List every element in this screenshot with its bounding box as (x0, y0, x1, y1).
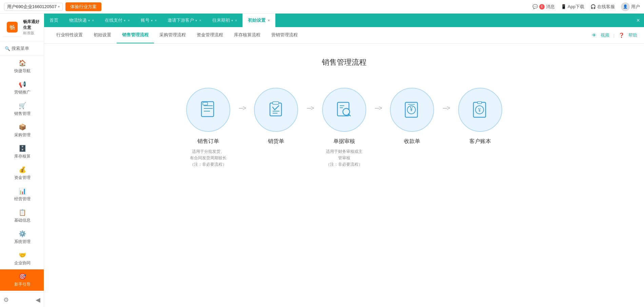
svg-rect-6 (203, 102, 208, 105)
top-bar-right: 💬 6 消息 📱 App下载 🎧 在线客服 👤 用户 (532, 2, 640, 11)
flow-title: 销售管理流程 (51, 57, 637, 67)
flow-step-desc-2: 适用于财务审核或主管审核（注：非必要流程） (326, 148, 363, 168)
message-icon: 💬 (532, 4, 538, 9)
help-label[interactable]: 帮助 (628, 32, 637, 38)
nav-label-0: 快捷导航 (14, 68, 31, 74)
nav-label-8: 系统管理 (14, 239, 31, 245)
message-badge: 6 (539, 4, 545, 9)
flow-step-4: ¥ 客户账本 (450, 88, 511, 148)
user-selector-text: 用户690企业1660120507 (7, 4, 57, 10)
search-icon: 🔍 (5, 46, 10, 51)
flow-step-2: 单据审核 适用于财务审核或主管审核（注：非必要流程） (314, 88, 375, 168)
svg-text:¥: ¥ (478, 107, 481, 113)
sub-tab-2[interactable]: 销售管理流程 (117, 27, 154, 43)
sidebar-item-采购管理[interactable]: 📦采购管理 (0, 120, 44, 141)
logo-text: 畅库通好生意 (23, 19, 40, 30)
sidebar-item-系统管理[interactable]: ⚙️系统管理 (0, 227, 44, 248)
online-service-label: 在线客服 (597, 4, 615, 10)
nav-icon-2: 🛒 (19, 102, 26, 109)
flow-step-name-1: 销货单 (268, 138, 284, 145)
flow-diagram: 销售订单 适用于分批发货、有合同发货周期较长（注：非必要流程） ---> 销货单… (51, 88, 637, 168)
tab-close-icon-2[interactable]: × (128, 18, 130, 22)
sub-tab-6[interactable]: 营销管理流程 (266, 27, 303, 43)
nav-icon-8: ⚙️ (19, 230, 26, 238)
nav-icon-6: 📊 (19, 187, 26, 195)
nav-icon-0: 🏠 (19, 59, 26, 67)
user-avatar-area[interactable]: 👤 用户 (621, 2, 640, 11)
nav-label-4: 库存核算 (14, 154, 31, 159)
flow-circle-1 (254, 88, 298, 132)
sidebar-item-快捷导航[interactable]: 🏠快捷导航 (0, 56, 44, 77)
chevron-down-icon: ▾ (151, 19, 153, 22)
flow-circle-0 (186, 88, 230, 132)
nav-tab-6[interactable]: 初始设置× (242, 14, 275, 27)
sub-tab-5[interactable]: 库存核算流程 (229, 27, 266, 43)
user-name-label: 用户 (631, 4, 640, 10)
message-button[interactable]: 💬 6 消息 (532, 4, 555, 10)
nav-tab-0[interactable]: 首页 (44, 14, 64, 27)
flow-content: 销售管理流程 销售订单 适用于分批发货、有合同发货周期较长（注：非必要流程） -… (44, 44, 644, 178)
sidebar-item-营销推广[interactable]: 📢营销推广 (0, 77, 44, 99)
sidebar: 畅 畅库通好生意 标准版 🔍 搜索菜单 🏠快捷导航📢营销推广🛒销售管理📦采购管理… (0, 14, 44, 307)
nav-tabs-bar: 首页物流快递▾×在线支付▾×账号▾×邀请下游客户▾×往来期初▾×初始设置×× (44, 14, 644, 27)
sidebar-item-新手引导[interactable]: 🎯新手引导 (0, 269, 44, 291)
app-download-button[interactable]: 📱 App下载 (561, 4, 584, 10)
nav-icon-9: 🤝 (19, 251, 26, 259)
svg-rect-10 (273, 102, 279, 104)
tab-close-icon-4[interactable]: × (199, 18, 201, 22)
chevron-down-icon: ▾ (58, 5, 60, 8)
nav-tab-5[interactable]: 往来期初▾× (207, 14, 242, 27)
video-label[interactable]: 视频 (601, 32, 609, 38)
flow-step-name-2: 单据审核 (333, 138, 355, 145)
service-icon: 🎧 (590, 4, 596, 9)
nav-label-7: 基础信息 (14, 218, 31, 223)
top-bar-left: 用户690企业1660120507 ▾ 体验行业方案 (4, 2, 101, 11)
nav-tab-label-4: 邀请下游客户 (168, 17, 194, 23)
nav-label-1: 营销推广 (14, 89, 31, 95)
tab-close-icon-1[interactable]: × (92, 18, 94, 22)
nav-tab-label-1: 物流快递 (69, 17, 87, 23)
main-area: 首页物流快递▾×在线支付▾×账号▾×邀请下游客户▾×往来期初▾×初始设置×× 行… (44, 14, 644, 307)
flow-arrow-3: ---> (375, 88, 382, 112)
nav-tab-label-5: 往来期初 (212, 17, 230, 23)
sidebar-item-销售管理[interactable]: 🛒销售管理 (0, 99, 44, 120)
user-selector[interactable]: 用户690企业1660120507 ▾ (4, 3, 63, 11)
sidebar-item-资金管理[interactable]: 💰资金管理 (0, 163, 44, 184)
flow-circle-3: ¥ (390, 88, 434, 132)
online-service-button[interactable]: 🎧 在线客服 (590, 4, 615, 10)
sidebar-item-基础信息[interactable]: 📋基础信息 (0, 205, 44, 227)
sidebar-item-经营管理[interactable]: 📊经营管理 (0, 184, 44, 205)
trial-button[interactable]: 体验行业方案 (65, 2, 101, 11)
help-icon: ❓ (619, 33, 624, 38)
sidebar-bottom: ⚙ ◀ (0, 292, 44, 307)
sub-tab-4[interactable]: 资金管理流程 (191, 27, 229, 43)
app-icon: 📱 (561, 4, 566, 9)
settings-icon[interactable]: ⚙ (3, 296, 9, 304)
divider: | (613, 33, 614, 38)
content-area: 行业特性设置初始设置销售管理流程采购管理流程资金管理流程库存核算流程营销管理流程… (44, 27, 644, 307)
sub-tab-0[interactable]: 行业特性设置 (51, 27, 88, 43)
sidebar-item-企业协同[interactable]: 🤝企业协同 (0, 248, 44, 269)
nav-tab-label-6: 初始设置 (248, 17, 266, 23)
logo-text-area: 畅库通好生意 标准版 (23, 19, 40, 36)
sub-tab-1[interactable]: 初始设置 (88, 27, 117, 43)
nav-tab-label-2: 在线支付 (105, 17, 122, 23)
nav-tab-3[interactable]: 账号▾× (135, 14, 162, 27)
tab-close-icon-6[interactable]: × (268, 18, 270, 22)
svg-text:畅: 畅 (9, 24, 15, 30)
layout: 畅 畅库通好生意 标准版 🔍 搜索菜单 🏠快捷导航📢营销推广🛒销售管理📦采购管理… (0, 14, 644, 307)
sidebar-item-库存核算[interactable]: 🗄️库存核算 (0, 141, 44, 163)
chevron-down-icon: ▾ (231, 19, 233, 22)
svg-rect-23 (477, 102, 482, 104)
nav-tab-1[interactable]: 物流快递▾× (64, 14, 99, 27)
svg-rect-7 (270, 103, 281, 116)
nav-tab-2[interactable]: 在线支付▾× (99, 14, 135, 27)
nav-icon-3: 📦 (19, 123, 26, 131)
nav-close-button[interactable]: × (632, 17, 644, 24)
nav-tab-4[interactable]: 邀请下游客户▾× (162, 14, 207, 27)
search-menu-button[interactable]: 🔍 搜索菜单 (3, 44, 41, 53)
collapse-icon[interactable]: ◀ (36, 296, 40, 304)
sub-tab-3[interactable]: 采购管理流程 (154, 27, 191, 43)
tab-close-icon-3[interactable]: × (155, 18, 157, 22)
tab-close-icon-5[interactable]: × (235, 18, 237, 22)
